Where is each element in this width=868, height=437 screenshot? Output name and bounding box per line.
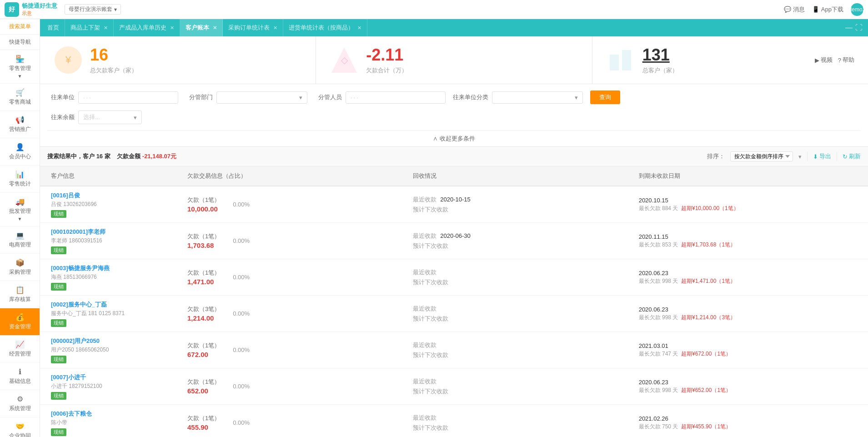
overdue-link-3[interactable]: 超期¥1,214.00（3笔） [680, 314, 736, 321]
customer-name-3[interactable]: [0002]服务中心_丁磊 [51, 301, 180, 309]
dept-input[interactable]: ▾ [216, 91, 307, 104]
tab-purchase-close[interactable]: ✕ [273, 25, 277, 31]
sidebar-item-enterprise[interactable]: 🤝 企业协同 [0, 417, 40, 437]
overdue-link-2[interactable]: 超期¥1,471.00（1笔） [680, 278, 736, 284]
collapse-btn[interactable]: ∧ 收起更多条件 [47, 131, 861, 146]
balance-input[interactable]: 选择... ▾ [78, 111, 142, 124]
tab-purchase-orders[interactable]: 采购订单统计表 ✕ [223, 19, 283, 36]
help-link[interactable]: ? 帮助 [838, 56, 854, 64]
sort-select[interactable]: 按欠款金额倒序排序 [730, 151, 793, 161]
table-body: [0016]吕俊 吕俊 13026203696 现销 欠款（1笔） 10,000… [40, 186, 868, 437]
debt-ratio-6: 0.00% [233, 419, 250, 426]
tab-inbound-close[interactable]: ✕ [357, 25, 361, 31]
tab-customer-account[interactable]: 客户账本 ✕ [180, 19, 223, 36]
app-download-btn[interactable]: 📱 App下载 [812, 5, 843, 14]
tab-products-close[interactable]: ✕ [104, 25, 108, 31]
customer-phone-6: 陈小带 [51, 419, 180, 427]
sidebar-quick-nav[interactable]: 搜索菜单 [0, 19, 40, 35]
ecom-icon: 💻 [15, 231, 25, 240]
sort-icon: ▾ [798, 153, 802, 160]
tab-maximize-btn[interactable]: ⛶ [855, 24, 863, 32]
app-container: 好 畅捷通好生意 示意 母婴行业演示账套 ▾ 💬 消息 📱 App下载 demo… [0, 0, 868, 437]
sidebar-item-ecom[interactable]: 💻 电商管理 [0, 226, 40, 254]
debt-amount-2[interactable]: 1,471.00 [187, 278, 220, 286]
export-btn[interactable]: ⬇ 导出 [813, 152, 831, 161]
tab-home[interactable]: 首页 [42, 19, 65, 36]
sidebar-item-retail-stats[interactable]: 📊 零售统计 [0, 166, 40, 193]
th-customer-info: 客户信息 [47, 166, 184, 186]
customer-name-4[interactable]: [000002]用户2050 [51, 337, 180, 345]
manager-dots: ··· [351, 94, 360, 101]
sidebar-item-member[interactable]: 👤 会员中心 [0, 138, 40, 166]
manager-input[interactable]: ··· [346, 91, 446, 104]
source-unit-input[interactable]: ··· [78, 91, 178, 104]
customer-name-0[interactable]: [0016]吕俊 [51, 191, 180, 200]
search-button[interactable]: 查询 [590, 90, 620, 104]
sidebar-item-inventory[interactable]: 📋 库存核算 [0, 281, 40, 308]
debt-amount-4[interactable]: 672.00 [187, 351, 220, 358]
customer-name-2[interactable]: [0003]畅捷服务尹海燕 [51, 264, 180, 272]
customer-phone-1: 李老师 18600391516 [51, 237, 180, 245]
fast-nav-label[interactable]: 快捷导航 [0, 35, 40, 50]
overdue-link-4[interactable]: 超期¥672.00（1笔） [680, 351, 731, 357]
sidebar-item-retail-mgmt[interactable]: 🏪 零售管理 ▼ [0, 50, 40, 84]
inventory-icon: 📋 [15, 286, 25, 294]
td-customer-info-2: [0003]畅捷服务尹海燕 海燕 18513066976 现销 [47, 260, 184, 295]
td-overdue-4: 2021.03.01 最长欠款 747 天 超期¥672.00（1笔） [635, 338, 861, 362]
td-debt-3: 欠款（3笔） 1,214.00 0.00% [184, 301, 409, 326]
customer-name-1[interactable]: [0001020001]李老师 [51, 228, 180, 236]
customer-name-6[interactable]: [0006]去下粮仓 [51, 410, 180, 418]
td-overdue-2: 2020.06.23 最长欠款 998 天 超期¥1,471.00（1笔） [635, 265, 861, 290]
sidebar-item-finance[interactable]: 💰 资金管理 [0, 308, 40, 336]
avatar[interactable]: demo2 [851, 3, 863, 16]
tab-products[interactable]: 商品上下架 ✕ [65, 19, 114, 36]
overdue-link-1[interactable]: 超期¥1,703.68（1笔） [680, 241, 736, 248]
tab-minimize-btn[interactable]: — [845, 24, 853, 32]
dept-arrow-icon: ▾ [299, 94, 302, 101]
enterprise-label: 企业协同 [9, 432, 31, 437]
debt-amount-6[interactable]: 455.90 [187, 423, 220, 431]
refresh-label: 刷新 [849, 152, 861, 161]
unit-category-input[interactable]: ▾ [492, 91, 583, 104]
sidebar-item-basic[interactable]: ℹ 基础信息 [0, 363, 40, 390]
overdue-link-0[interactable]: 超期¥10,000.00（1笔） [680, 205, 739, 211]
tab-customer-close[interactable]: ✕ [213, 25, 217, 31]
refresh-btn[interactable]: ↻ 刷新 [843, 152, 861, 161]
next-collection-label-3: 预计下次收款 [413, 315, 448, 323]
debt-amount-5[interactable]: 652.00 [187, 387, 220, 395]
video-link[interactable]: ▶ 视频 [815, 56, 833, 64]
result-amount-label: 欠款金额 [117, 153, 140, 160]
finance-icon: 💰 [15, 313, 25, 321]
debt-amount-0[interactable]: 10,000.00 [187, 205, 220, 213]
next-collection-label-6: 预计下次收款 [413, 424, 448, 432]
biz-label: 经营管理 [9, 350, 31, 358]
debt-amount-1[interactable]: 1,703.68 [187, 241, 220, 249]
tab-production[interactable]: 产成品入库单历史 ✕ [114, 19, 180, 36]
store-selector[interactable]: 母婴行业演示账套 ▾ [65, 4, 121, 15]
amount-row-1: 欠款（1笔） 1,703.68 0.00% [187, 232, 406, 249]
debt-amount-3[interactable]: 1,214.00 [187, 314, 220, 322]
next-collection-label-0: 预计下次收款 [413, 206, 448, 214]
sidebar-item-biz[interactable]: 📈 经营管理 [0, 336, 40, 363]
overdue-link-6[interactable]: 超期¥455.90（1笔） [680, 423, 731, 430]
th-debt-info: 欠款交易信息（占比） [184, 166, 409, 186]
tab-production-close[interactable]: ✕ [170, 25, 174, 31]
overdue-link-5[interactable]: 超期¥652.00（1笔） [680, 387, 731, 393]
sidebar-item-marketing[interactable]: 📢 营销推广 [0, 111, 40, 138]
sidebar-item-retail-mall[interactable]: 🛒 零售商城 [0, 84, 40, 111]
batch-mgmt-arrow: ▼ [18, 216, 22, 221]
message-btn[interactable]: 💬 消息 [784, 5, 805, 14]
app-icon: 📱 [812, 6, 819, 13]
tab-inbound[interactable]: 进货单统计表（按商品） ✕ [283, 19, 367, 36]
retail-mall-label: 零售商城 [9, 98, 31, 106]
sidebar-item-purchase[interactable]: 📦 采购管理 [0, 254, 40, 281]
customer-phone-2: 海燕 18513066976 [51, 273, 180, 281]
customer-tag-3: 现销 [51, 319, 66, 327]
overdue-date-1: 2020.11.15 [639, 233, 857, 240]
amount-row-3: 欠款（3笔） 1,214.00 0.00% [187, 305, 406, 322]
sidebar-item-batch-mgmt[interactable]: 🚚 批发管理 ▼ [0, 193, 40, 226]
customer-name-5[interactable]: [0007]小进千 [51, 373, 180, 382]
td-debt-4: 欠款（1笔） 672.00 0.00% [184, 337, 409, 363]
sidebar-item-system[interactable]: ⚙ 系统管理 [0, 390, 40, 417]
overdue-days-3: 最长欠款 998 天 超期¥1,214.00（3笔） [639, 314, 857, 321]
